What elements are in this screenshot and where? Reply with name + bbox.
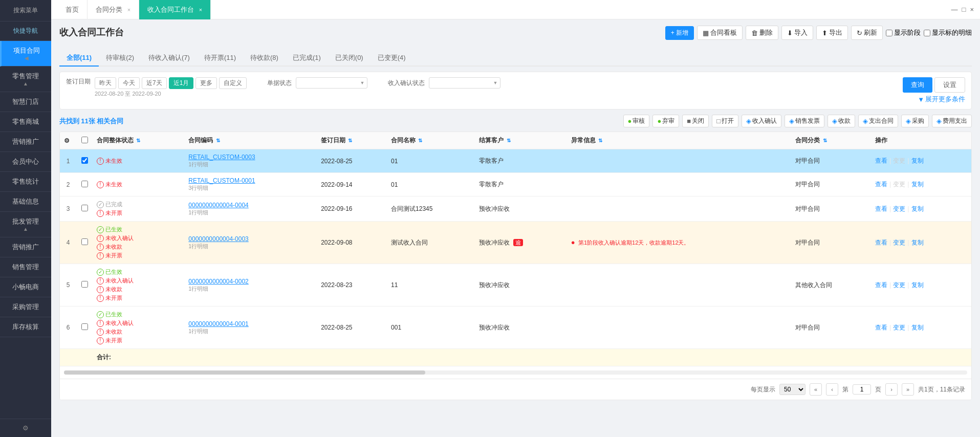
copy-btn[interactable]: 复制 [911, 157, 924, 165]
expand-filter-button[interactable]: ▼ 展开更多条件 [918, 95, 965, 104]
sidebar-item-marketing[interactable]: 营销推广 [0, 132, 51, 152]
copy-btn[interactable]: 复制 [911, 323, 924, 332]
edit-btn[interactable]: 变更 [893, 157, 905, 165]
sidebar-item-retail-mall[interactable]: 零售商城 [0, 112, 51, 132]
sub-tab-all[interactable]: 全部(11) [59, 50, 99, 67]
export-button[interactable]: ⬆ 导出 [816, 26, 848, 40]
view-btn[interactable]: 查看 [875, 238, 887, 247]
date-more[interactable]: 更多 [195, 77, 217, 89]
query-button[interactable]: 查询 [903, 77, 932, 93]
window-minimize[interactable]: — [951, 6, 958, 13]
sort-status-icon[interactable]: ⇅ [136, 138, 140, 143]
first-page-btn[interactable]: « [810, 383, 822, 396]
copy-btn[interactable]: 复制 [911, 180, 924, 189]
edit-btn[interactable]: 变更 [893, 205, 905, 213]
contract-board-button[interactable]: ▦ 合同看板 [697, 26, 743, 40]
copy-btn[interactable]: 复制 [911, 281, 924, 290]
sub-tab-pending-income-confirm[interactable]: 待收入确认(7) [141, 50, 197, 67]
sidebar-item-marketing2[interactable]: 营销推广 [0, 237, 51, 257]
row-checkbox[interactable] [81, 238, 88, 245]
sidebar-item-inventory[interactable]: 库存核算 [0, 317, 51, 337]
sidebar-item-ecommerce[interactable]: 小畅电商 [0, 277, 51, 297]
edit-btn[interactable]: 变更 [893, 180, 905, 189]
show-fields-checkbox-label[interactable]: 显示阶段 [886, 28, 921, 37]
contract-link[interactable]: 0000000000004-0004 [188, 202, 313, 209]
view-btn[interactable]: 查看 [875, 180, 887, 189]
action-payment[interactable]: ◈ 收款 [827, 115, 855, 127]
action-expense-contract[interactable]: ◈ 支出合同 [858, 115, 898, 127]
action-income-confirm[interactable]: ◈ 收入确认 [742, 115, 781, 127]
tab-home[interactable]: 首页 [57, 0, 88, 19]
edit-btn[interactable]: 变更 [893, 238, 905, 247]
window-close[interactable]: × [970, 6, 974, 13]
page-size-select[interactable]: 50 100 [779, 384, 805, 395]
delete-button[interactable]: 🗑 删除 [746, 26, 778, 40]
show-mark-checkbox[interactable] [924, 30, 930, 36]
action-open[interactable]: □ 打开 [712, 115, 738, 127]
sidebar-item-smart-store[interactable]: 智慧门店 [0, 92, 51, 112]
import-button[interactable]: ⬇ 导入 [781, 26, 813, 40]
date-today[interactable]: 今天 [118, 77, 140, 89]
view-btn[interactable]: 查看 [875, 281, 887, 290]
date-custom[interactable]: 自定义 [219, 77, 247, 89]
last-page-btn[interactable]: » [902, 383, 914, 396]
action-review[interactable]: ● 审核 [623, 115, 650, 127]
row-checkbox[interactable] [81, 205, 88, 211]
sub-tab-pending-payment[interactable]: 待收款(8) [243, 50, 286, 67]
sort-customer-icon[interactable]: ⇅ [507, 138, 511, 143]
date-last1month[interactable]: 近1月 [169, 77, 194, 89]
view-btn[interactable]: 查看 [875, 323, 887, 332]
sort-name-icon[interactable]: ⇅ [418, 138, 422, 143]
date-last7[interactable]: 近7天 [142, 77, 167, 89]
row-checkbox[interactable] [81, 157, 88, 164]
sub-tab-pending-invoice[interactable]: 待开票(11) [197, 50, 243, 67]
sidebar-nav[interactable]: 快捷导航 [0, 21, 51, 41]
copy-btn[interactable]: 复制 [911, 238, 924, 247]
refresh-button[interactable]: ↻ 刷新 [851, 26, 883, 40]
horizontal-scrollbar[interactable] [64, 370, 967, 375]
sidebar-item-sales-mgmt[interactable]: 销售管理 [0, 257, 51, 277]
sidebar-item-purchase[interactable]: 采购管理 [0, 297, 51, 317]
sidebar-item-member[interactable]: 会员中心 [0, 152, 51, 172]
next-page-btn[interactable]: › [885, 383, 898, 396]
edit-btn[interactable]: 变更 [893, 323, 905, 332]
sub-tab-closed[interactable]: 已关闭(0) [328, 50, 371, 67]
sub-tab-pending-review[interactable]: 待审核(2) [99, 50, 141, 67]
new-button[interactable]: + 新增 [665, 26, 694, 40]
doc-status-select[interactable] [296, 77, 367, 89]
prev-page-btn[interactable]: ‹ [826, 383, 838, 396]
tab-close-income-workbench[interactable]: × [199, 7, 202, 13]
tab-close-contract-type[interactable]: × [127, 7, 130, 13]
sidebar-item-basic-info[interactable]: 基础信息 [0, 192, 51, 212]
date-yesterday[interactable]: 昨天 [95, 77, 116, 89]
income-confirm-select[interactable] [429, 77, 500, 89]
copy-btn[interactable]: 复制 [911, 205, 924, 213]
tab-income-workbench[interactable]: 收入合同工作台 × [139, 0, 211, 19]
sidebar-item-batch-mgmt[interactable]: 批发管理 ▲ [0, 212, 51, 237]
sub-tab-changed[interactable]: 已变更(4) [371, 50, 413, 67]
action-sales-invoice[interactable]: ◈ 销售发票 [785, 115, 824, 127]
view-btn[interactable]: 查看 [875, 157, 887, 165]
contract-link[interactable]: 0000000000004-0003 [188, 235, 313, 243]
contract-link[interactable]: RETAIL_CUSTOM-0003 [188, 154, 313, 161]
sidebar-settings[interactable]: ⚙ [0, 419, 51, 437]
sort-code-icon[interactable]: ⇅ [216, 138, 220, 143]
action-abandon-review[interactable]: ● 弃审 [652, 115, 679, 127]
sort-type-icon[interactable]: ⇅ [823, 138, 827, 143]
edit-btn[interactable]: 变更 [893, 281, 905, 290]
sort-abnormal-icon[interactable]: ⇅ [598, 138, 602, 143]
action-purchase[interactable]: ◈ 采购 [901, 115, 929, 127]
show-mark-checkbox-label[interactable]: 显示标的明细 [924, 28, 972, 37]
contract-link[interactable]: RETAIL_CUSTOM-0001 [188, 177, 313, 184]
tab-contract-type[interactable]: 合同分类 × [88, 0, 139, 19]
window-maximize[interactable]: □ [962, 6, 966, 13]
action-expense-out[interactable]: ◈ 费用支出 [932, 115, 972, 127]
row-checkbox[interactable] [81, 181, 88, 187]
row-checkbox[interactable] [81, 281, 88, 288]
select-all-checkbox[interactable] [81, 137, 88, 143]
page-number-input[interactable] [853, 384, 871, 395]
sub-tab-completed[interactable]: 已完成(1) [286, 50, 328, 67]
sidebar-item-project[interactable]: 项目合同 ◀ [0, 41, 51, 67]
sidebar-search[interactable]: 搜索菜单 [0, 0, 51, 21]
view-btn[interactable]: 查看 [875, 205, 887, 213]
